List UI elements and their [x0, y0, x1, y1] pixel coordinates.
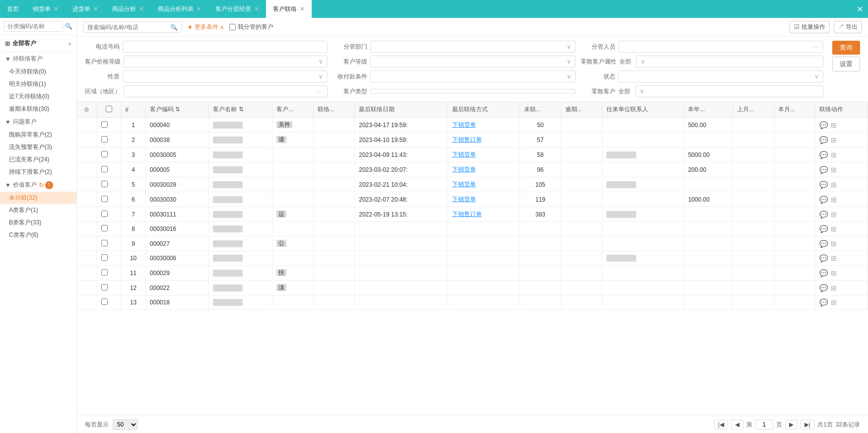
page-input[interactable] [755, 420, 773, 430]
action-comment-icon[interactable]: 💬 [819, 196, 828, 204]
sidebar-item-tomorrow-pending[interactable]: 明天待联络(1) [0, 78, 76, 90]
action-comment-icon[interactable]: 💬 [819, 254, 828, 262]
filter-nature-select[interactable]: ∨ [123, 71, 328, 82]
filter-status-select[interactable]: ∨ [618, 71, 823, 82]
th-last-contact-method[interactable]: 最后联络方式 [448, 102, 520, 118]
sidebar-item-class-b[interactable]: B类客户(33) [0, 216, 76, 229]
action-comment-icon[interactable]: 💬 [819, 298, 828, 306]
filter-customer-type-select[interactable] [370, 89, 575, 94]
tab-product-analysis-close[interactable]: ✕ [139, 5, 144, 12]
action-comment-icon[interactable]: 💬 [819, 166, 828, 174]
filter-region-select[interactable]: ··· [124, 85, 328, 97]
row-checkbox[interactable] [101, 166, 108, 172]
filter-dept-select[interactable]: ∨ [370, 41, 575, 53]
next-page-btn[interactable]: ▶ [785, 420, 798, 430]
action-comment-icon[interactable]: 💬 [819, 240, 828, 248]
action-grid-icon[interactable]: ⊞ [831, 254, 837, 262]
filter-staff-select[interactable]: ··· [618, 41, 823, 53]
action-comment-icon[interactable]: 💬 [819, 181, 828, 189]
tab-home[interactable]: 首页 [0, 0, 26, 18]
action-comment-icon[interactable]: 💬 [819, 284, 828, 292]
filter-search-input[interactable] [87, 24, 170, 31]
th-type[interactable]: 客户... [272, 102, 314, 118]
th-this-month[interactable]: 本月... [774, 102, 815, 118]
prev-page-btn[interactable]: ◀ [731, 420, 743, 430]
th-gear[interactable]: ⚙ [77, 102, 97, 118]
filter-zero-purchase2-select[interactable]: ∨ [635, 85, 823, 97]
th-unit-contacts[interactable]: 往来单位联系人 [602, 102, 684, 118]
action-comment-icon[interactable]: 💬 [819, 136, 828, 144]
row-checkbox[interactable] [101, 225, 108, 231]
tab-purchase[interactable]: 进货单 ✕ [66, 0, 105, 18]
select-all-checkbox[interactable] [106, 106, 112, 112]
per-page-select[interactable]: 50 100 200 [113, 419, 138, 430]
action-grid-icon[interactable]: ⊞ [831, 136, 837, 144]
action-grid-icon[interactable]: ⊞ [831, 284, 837, 292]
row-checkbox[interactable] [101, 211, 108, 217]
th-last-month[interactable]: 上月... [733, 102, 774, 118]
tab-product-analysis-list-close[interactable]: ✕ [197, 5, 201, 12]
action-grid-icon[interactable]: ⊞ [831, 166, 837, 174]
query-btn[interactable]: 查询 [832, 41, 860, 55]
tab-sales[interactable]: 销货单 ✕ [26, 0, 66, 18]
action-comment-icon[interactable]: 💬 [819, 225, 828, 233]
sidebar-item-churned[interactable]: 已流失客户(24) [0, 153, 76, 166]
sidebar-all-customers[interactable]: ⊞ 全部客户 « [0, 35, 76, 52]
th-this-year[interactable]: 本年... [684, 102, 733, 118]
action-grid-icon[interactable]: ⊞ [831, 240, 837, 248]
th-name[interactable]: 客户名称 ⇅ [209, 102, 272, 118]
batch-operations-btn[interactable]: ☑ 批量操作 [790, 21, 829, 33]
tab-sales-close[interactable]: ✕ [54, 5, 59, 12]
row-checkbox[interactable] [101, 121, 108, 128]
row-checkbox[interactable] [101, 151, 108, 157]
sidebar-search-input[interactable] [4, 21, 63, 32]
sidebar-item-declining[interactable]: 持续下滑客户(2) [0, 166, 76, 178]
row-checkbox[interactable] [101, 269, 108, 276]
first-page-btn[interactable]: |◀ [714, 420, 728, 430]
filter-phone-input[interactable] [123, 41, 328, 53]
action-comment-icon[interactable]: 💬 [819, 121, 828, 129]
row-checkbox[interactable] [101, 298, 108, 305]
sidebar-item-overdue-pending[interactable]: 逾期未联络(30) [0, 103, 76, 115]
sidebar-item-churn-warning[interactable]: 流失预警客户(3) [0, 141, 76, 153]
tab-product-analysis-list[interactable]: 商品分析列表 ✕ [151, 0, 208, 18]
tab-customer-contact[interactable]: 客户联络 ✕ [266, 0, 312, 18]
th-last-contact-date[interactable]: 最后联络日期 [355, 102, 448, 118]
filter-more-btn[interactable]: ▼ 更多条件 ∧ [187, 23, 224, 31]
tab-customer-segment[interactable]: 客户分层经营 ✕ [208, 0, 266, 18]
action-grid-icon[interactable]: ⊞ [831, 181, 837, 189]
tab-product-analysis[interactable]: 商品分析 ✕ [105, 0, 151, 18]
row-checkbox[interactable] [101, 196, 108, 202]
row-checkbox[interactable] [101, 254, 108, 261]
filter-payment-select[interactable]: ∨ [370, 71, 575, 82]
tab-customer-contact-close[interactable]: ✕ [300, 5, 305, 12]
action-grid-icon[interactable]: ⊞ [831, 211, 837, 218]
action-grid-icon[interactable]: ⊞ [831, 121, 837, 129]
reset-btn[interactable]: 设置 [832, 57, 860, 72]
action-comment-icon[interactable]: 💬 [819, 269, 828, 277]
sidebar-item-abnormal[interactable]: 囤购异常客户(2) [0, 129, 76, 141]
filter-price-level-select[interactable]: ∨ [124, 56, 328, 68]
row-checkbox[interactable] [101, 181, 108, 187]
action-comment-icon[interactable]: 💬 [819, 211, 828, 218]
sidebar-item-class-a[interactable]: A类客户(1) [0, 204, 76, 216]
th-code[interactable]: 客户编码 ⇅ [145, 102, 209, 118]
filter-search-icon[interactable]: 🔍 [170, 24, 178, 31]
action-grid-icon[interactable]: ⊞ [831, 151, 837, 159]
sidebar-item-ungrouped[interactable]: 未分组(32) [0, 192, 76, 204]
action-grid-icon[interactable]: ⊞ [831, 225, 837, 233]
filter-zero-purchase-attr-select[interactable]: ∨ [636, 56, 823, 68]
action-comment-icon[interactable]: 💬 [819, 151, 828, 159]
sidebar-search-icon[interactable]: 🔍 [65, 23, 72, 30]
action-grid-icon[interactable]: ⊞ [831, 196, 837, 204]
sidebar-item-today-pending[interactable]: 今天待联络(0) [0, 66, 76, 78]
value-refresh-icon[interactable]: ↻ [39, 181, 44, 189]
my-customers-checkbox[interactable] [229, 24, 236, 30]
filter-customer-level-select[interactable]: ∨ [370, 56, 575, 68]
last-page-btn[interactable]: ▶| [801, 420, 814, 430]
row-checkbox[interactable] [101, 284, 108, 290]
th-overdue[interactable]: 逾期... [561, 102, 602, 118]
th-contact[interactable]: 联络... [314, 102, 355, 118]
row-checkbox[interactable] [101, 136, 108, 143]
action-grid-icon[interactable]: ⊞ [831, 269, 837, 277]
